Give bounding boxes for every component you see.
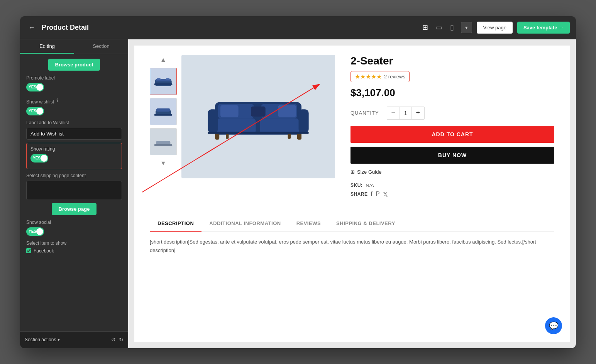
section-actions-bar: Section actions ▾ ↺ ↻ <box>20 331 128 348</box>
svg-rect-16 <box>278 105 296 117</box>
redo-button[interactable]: ↻ <box>119 337 124 343</box>
product-tabs: DESCRIPTION ADDITIONAL INFORMATION REVIE… <box>150 216 554 232</box>
tab-section[interactable]: Section <box>74 39 128 54</box>
promote-toggle-row: YES <box>26 83 122 91</box>
show-rating-toggle-label: YES <box>33 156 41 160</box>
tab-editing[interactable]: Editing <box>20 39 74 54</box>
svg-rect-17 <box>251 106 265 116</box>
quantity-label: QUANTITY <box>350 110 379 116</box>
section-actions-label: Section actions <box>25 337 56 342</box>
select-shipping-label: Select shipping page content <box>26 173 122 178</box>
sku-value: N/A <box>366 183 374 188</box>
back-button[interactable]: ← <box>26 22 37 33</box>
size-guide[interactable]: ⊞ Size Guide <box>350 169 554 175</box>
facebook-label: Facebook <box>34 248 54 254</box>
thumb-img-3 <box>150 129 176 155</box>
main-area: Editing Section Browse product Promote l… <box>20 39 576 348</box>
facebook-icon[interactable]: f <box>371 191 372 198</box>
mobile-view-icon[interactable]: ▯ <box>448 22 456 33</box>
quantity-row: QUANTITY − 1 + <box>350 107 554 120</box>
tab-shipping[interactable]: SHIPPING & DELIVERY <box>328 216 403 232</box>
sidebar: Editing Section Browse product Promote l… <box>20 39 128 348</box>
product-info: 2-Seater ★★★★★ 2 reviews $3,107.00 QUANT… <box>350 55 554 200</box>
product-name: 2-Seater <box>350 55 554 67</box>
tab-description[interactable]: DESCRIPTION <box>150 216 201 232</box>
share-row: SHARE f P 𝕏 <box>350 191 554 198</box>
tablet-view-icon[interactable]: ▭ <box>433 22 445 33</box>
show-rating-toggle[interactable]: YES <box>30 154 48 163</box>
product-description: [short description]Sed egestas, ante et … <box>150 238 554 255</box>
show-wishlist-toggle-row: YES <box>26 107 122 115</box>
image-gallery: ▲ <box>150 55 335 200</box>
view-controls: ⊞ ▭ ▯ <box>420 22 456 33</box>
product-price: $3,107.00 <box>350 87 554 99</box>
add-to-cart-button[interactable]: ADD TO CART <box>350 126 554 143</box>
svg-rect-6 <box>154 114 173 115</box>
show-wishlist-toggle[interactable]: YES <box>26 107 44 115</box>
shipping-content-area <box>26 181 122 200</box>
thumb-down-nav[interactable]: ▼ <box>159 158 168 168</box>
product-top: ▲ <box>150 55 554 200</box>
svg-rect-7 <box>156 108 171 111</box>
desktop-view-icon[interactable]: ⊞ <box>420 22 430 33</box>
svg-rect-12 <box>260 118 299 133</box>
section-actions-button[interactable]: Section actions ▾ <box>25 337 60 342</box>
couch-illustration <box>204 78 312 155</box>
chevron-down-icon: ▾ <box>58 337 60 342</box>
browse-product-button[interactable]: Browse product <box>48 59 100 71</box>
pinterest-icon[interactable]: P <box>376 191 380 198</box>
facebook-checkbox-row: Facebook <box>26 248 122 254</box>
sidebar-tabs: Editing Section <box>20 39 128 54</box>
svg-rect-3 <box>157 78 161 80</box>
buy-now-button[interactable]: BUY NOW <box>350 147 554 164</box>
label-add-wishlist: Label add to Wishlist <box>26 120 122 125</box>
size-guide-icon: ⊞ <box>350 169 355 175</box>
quantity-control: − 1 + <box>387 107 425 120</box>
dropdown-button[interactable]: ▾ <box>461 22 472 33</box>
promote-toggle-label: YES <box>29 85 36 89</box>
rating-stars: ★★★★★ <box>355 73 382 80</box>
chat-icon: 💬 <box>549 321 559 330</box>
rating-box[interactable]: ★★★★★ 2 reviews <box>350 71 410 82</box>
facebook-checkbox[interactable] <box>26 248 31 253</box>
preview-inner: ▲ <box>134 46 570 342</box>
wishlist-input[interactable] <box>26 128 122 140</box>
show-social-toggle-knob <box>36 228 43 235</box>
thumb-up-nav[interactable]: ▲ <box>159 55 168 65</box>
svg-rect-1 <box>154 83 173 85</box>
quantity-decrease-button[interactable]: − <box>387 107 400 119</box>
promote-toggle-knob <box>36 84 43 91</box>
tab-reviews[interactable]: REVIEWS <box>289 216 328 232</box>
svg-rect-11 <box>217 118 256 133</box>
info-icon[interactable]: ℹ <box>56 98 58 103</box>
thumbnail-2[interactable] <box>150 98 177 125</box>
browse-page-button[interactable]: Browse page <box>52 203 97 215</box>
quantity-increase-button[interactable]: + <box>412 107 424 119</box>
thumbnail-1[interactable] <box>150 68 177 95</box>
thumbnails: ▲ <box>150 55 177 200</box>
redo-icon: ↻ <box>119 337 124 343</box>
show-wishlist-toggle-label: YES <box>29 109 36 113</box>
twitter-icon[interactable]: 𝕏 <box>383 191 388 198</box>
promote-label: Promote label <box>26 75 122 81</box>
quantity-value: 1 <box>400 107 412 119</box>
svg-rect-18 <box>208 109 218 133</box>
view-page-button[interactable]: View page <box>477 22 512 34</box>
review-count: 2 reviews <box>384 74 405 80</box>
promote-toggle[interactable]: YES <box>26 83 44 91</box>
undo-button[interactable]: ↺ <box>111 337 116 343</box>
svg-rect-9 <box>154 144 173 146</box>
preview-area: ▲ <box>128 39 576 348</box>
show-social-toggle[interactable]: YES <box>26 227 44 236</box>
svg-rect-15 <box>220 105 239 117</box>
svg-rect-4 <box>166 78 170 80</box>
show-rating-box: Show rating YES <box>26 143 122 169</box>
top-bar: ← Product Detail ⊞ ▭ ▯ ▾ View page Save … <box>20 16 576 39</box>
chat-bubble[interactable]: 💬 <box>545 317 562 334</box>
show-social-toggle-row: YES <box>26 227 122 236</box>
tab-additional-info[interactable]: ADDITIONAL INFORMATION <box>201 216 288 232</box>
save-template-button[interactable]: Save template → <box>517 22 570 34</box>
thumbnail-3[interactable] <box>150 128 177 155</box>
main-product-image <box>181 55 335 178</box>
size-guide-label: Size Guide <box>357 169 382 175</box>
